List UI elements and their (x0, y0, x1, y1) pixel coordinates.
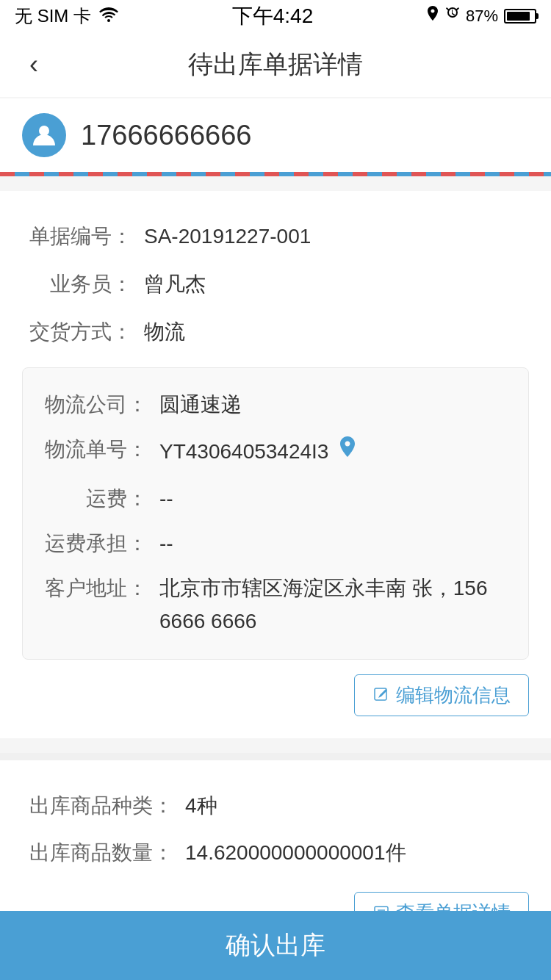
freight-row: 运费： -- (23, 477, 528, 522)
delivery-value: 物流 (144, 316, 522, 349)
stock-type-value: 4种 (185, 790, 522, 823)
avatar (22, 113, 66, 157)
logistics-company-value: 圆通速递 (159, 389, 506, 422)
main-content: 17666666666 单据编号： SA-20191227-001 业务员： 曾… (0, 97, 551, 980)
status-right: 87% (426, 6, 536, 26)
alarm-icon (445, 6, 460, 26)
address-row: 客户地址： 北京市市辖区海淀区永丰南 张，156 6666 6666 (23, 566, 528, 644)
logistics-card: 物流公司： 圆通速递 物流单号： YT43064053424I3 (22, 367, 529, 659)
salesperson-value: 曾凡杰 (144, 268, 522, 301)
confirm-btn-container: 确认出库 (0, 911, 551, 980)
page-title: 待出库单据详情 (188, 48, 363, 82)
freight-bearer-row: 运费承担： -- (23, 522, 528, 566)
customer-phone: 17666666666 (81, 120, 251, 151)
salesperson-label: 业务员： (29, 268, 132, 301)
stock-type-row: 出库商品种类： 4种 (0, 782, 551, 830)
address-value: 北京市市辖区海淀区永丰南 张，156 6666 6666 (159, 572, 506, 638)
back-button[interactable]: ‹ (22, 42, 46, 87)
location-icon (426, 6, 439, 26)
nav-bar: ‹ 待出库单据详情 (0, 32, 551, 97)
stock-quantity-row: 出库商品数量： 14.620000000000001件 (0, 829, 551, 877)
order-number-row: 单据编号： SA-20191227-001 (0, 213, 551, 261)
stock-quantity-value: 14.620000000000001件 (185, 837, 522, 870)
delivery-label: 交货方式： (29, 316, 132, 349)
order-number-label: 单据编号： (29, 220, 132, 253)
content-area: 17666666666 单据编号： SA-20191227-001 业务员： 曾… (0, 97, 551, 980)
stock-quantity-label: 出库商品数量： (29, 837, 173, 870)
section-divider (0, 753, 551, 760)
battery-icon (504, 9, 536, 24)
stock-type-label: 出库商品种类： (29, 790, 173, 823)
order-info-section: 单据编号： SA-20191227-001 业务员： 曾凡杰 交货方式： 物流 … (0, 191, 551, 738)
tracking-value: YT43064053424I3 (159, 433, 506, 471)
freight-bearer-label: 运费承担： (45, 527, 148, 561)
delivery-row: 交货方式： 物流 (0, 309, 551, 356)
battery-percent: 87% (466, 7, 498, 26)
order-number-value: SA-20191227-001 (144, 220, 522, 253)
logistics-company-row: 物流公司： 圆通速递 (23, 383, 528, 428)
confirm-button[interactable]: 确认出库 (22, 929, 529, 962)
tracking-row: 物流单号： YT43064053424I3 (23, 428, 528, 477)
salesperson-row: 业务员： 曾凡杰 (0, 261, 551, 309)
carrier-text: 无 SIM 卡 (15, 4, 91, 28)
freight-bearer-value: -- (159, 527, 506, 561)
tracking-location-icon[interactable] (337, 433, 358, 471)
dashed-border (0, 172, 551, 176)
address-label: 客户地址： (45, 572, 148, 605)
wifi-icon (98, 6, 119, 26)
tracking-label: 物流单号： (45, 433, 148, 466)
edit-btn-row: 编辑物流信息 (0, 660, 551, 716)
customer-header: 17666666666 (0, 98, 551, 172)
freight-value: -- (159, 483, 506, 516)
status-bar: 无 SIM 卡 下午4:42 87% (0, 0, 551, 32)
edit-logistics-button[interactable]: 编辑物流信息 (354, 674, 529, 716)
time-text: 下午4:42 (232, 2, 314, 30)
freight-label: 运费： (45, 483, 148, 516)
svg-point-0 (39, 126, 49, 136)
status-left: 无 SIM 卡 (15, 4, 119, 28)
logistics-company-label: 物流公司： (45, 389, 148, 422)
